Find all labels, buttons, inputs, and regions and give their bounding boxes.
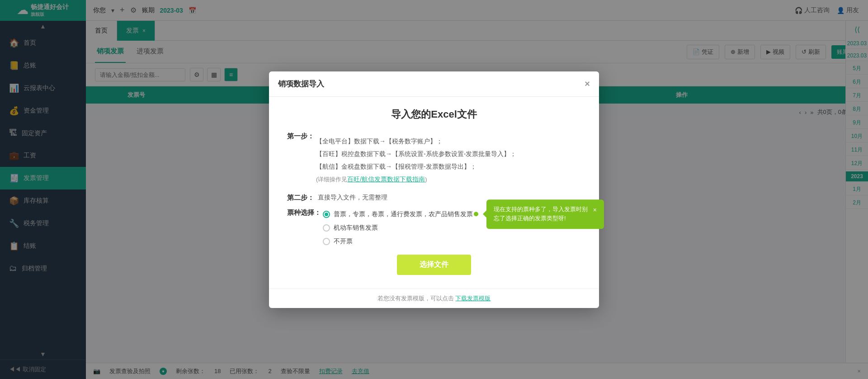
radio-group: 普票，专票，卷票，通行费发票，农产品销售发票 × 现在支持的票种多了，导入发票时… — [323, 210, 473, 246]
step1-content: 【全电平台】数据下载→【税务数字账户】； 【百旺】税控盘数据下载→【系统设置-系… — [316, 135, 516, 185]
tooltip-text: 现在支持的票种多了，导入发票时别忘了选择正确的发票类型呀! — [494, 206, 588, 222]
footer-text: 若您没有发票模版，可以点击 — [377, 295, 454, 302]
step1-line2: 【百旺】税控盘数据下载→【系统设置-系统参数设置-发票批量导入】； — [316, 147, 516, 160]
modal-footer: 若您没有发票模版，可以点击 下载发票模版 — [269, 289, 599, 308]
tooltip-bubble: × 现在支持的票种多了，导入发票时别忘了选择正确的发票类型呀! — [486, 199, 604, 229]
step2-text: 直接导入文件，无需整理 — [318, 194, 387, 202]
modal-overlay: 销项数据导入 × 导入您的Excel文件 第一步： 【全电平台】数据下载→【税务… — [0, 0, 868, 379]
invoice-select-row: 票种选择： 普票，专票，卷票，通行费发票，农产品销售发票 × 现在支持的票种多了… — [287, 208, 581, 246]
tooltip-close-btn[interactable]: × — [593, 205, 597, 215]
radio-circle1 — [323, 211, 330, 218]
download-guide-link[interactable]: 百旺/航信发票数据下载指南 — [347, 175, 425, 183]
radio-option2[interactable]: 机动车销售发票 — [323, 224, 473, 232]
radio-option3[interactable]: 不开票 — [323, 237, 473, 246]
radio-circle3 — [323, 238, 330, 245]
download-template-link[interactable]: 下载发票模版 — [455, 295, 491, 302]
modal-title: 销项数据导入 — [278, 79, 324, 89]
step1-label: 第一步： — [287, 132, 314, 185]
step1-line1: 【全电平台】数据下载→【税务数字账户】； — [316, 135, 516, 147]
radio-circle2 — [323, 224, 330, 232]
radio-label2: 机动车销售发票 — [334, 224, 378, 232]
radio-label3: 不开票 — [334, 237, 353, 246]
step1-section: 第一步： 【全电平台】数据下载→【税务数字账户】； 【百旺】税控盘数据下载→【系… — [287, 132, 581, 185]
modal-close-btn[interactable]: × — [585, 79, 590, 88]
tooltip-dot — [474, 212, 478, 217]
invoice-select-label: 票种选择： — [287, 208, 321, 217]
modal-body: 导入您的Excel文件 第一步： 【全电平台】数据下载→【税务数字账户】； 【百… — [269, 97, 599, 289]
modal-header: 销项数据导入 × — [269, 71, 599, 97]
radio-label1: 普票，专票，卷票，通行费发票，农产品销售发票 — [334, 210, 473, 218]
step2-label: 第二步： — [287, 194, 314, 202]
step1-link: (详细操作见百旺/航信发票数据下载指南) — [316, 173, 516, 185]
radio-option1[interactable]: 普票，专票，卷票，通行费发票，农产品销售发票 — [323, 210, 473, 218]
import-modal: 销项数据导入 × 导入您的Excel文件 第一步： 【全电平台】数据下载→【税务… — [269, 71, 599, 308]
radio-option1-container: 普票，专票，卷票，通行费发票，农产品销售发票 × 现在支持的票种多了，导入发票时… — [323, 210, 473, 218]
select-file-btn[interactable]: 选择文件 — [397, 255, 471, 275]
step1-line3: 【航信】金税盘数据下载→【报税管理-发票数据导出】； — [316, 160, 516, 173]
modal-content-title: 导入您的Excel文件 — [287, 108, 581, 121]
